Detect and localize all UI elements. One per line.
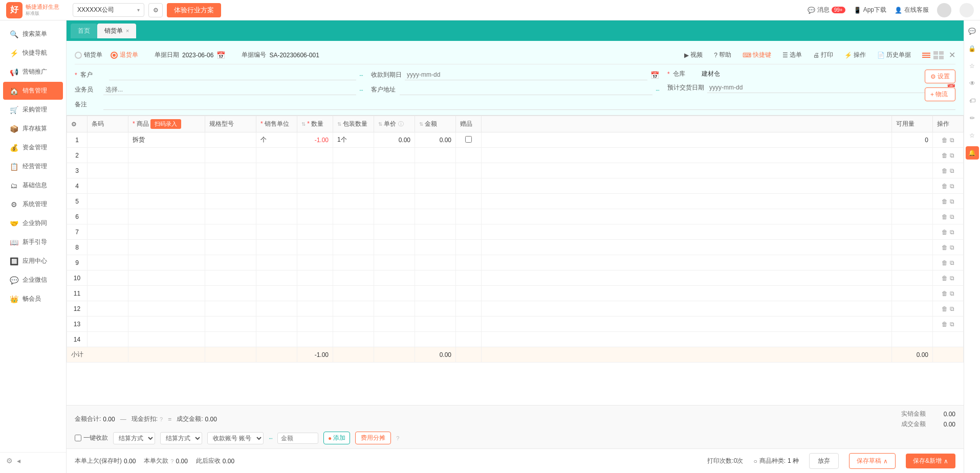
account-dots-btn[interactable]: ··· xyxy=(269,435,272,442)
row-price[interactable] xyxy=(374,163,415,178)
row-spec[interactable] xyxy=(205,148,256,163)
sidebar-item-inventory[interactable]: 📦 库存核算 xyxy=(3,120,63,138)
row-price[interactable] xyxy=(374,178,415,194)
row-unit[interactable] xyxy=(256,286,297,301)
row-price[interactable] xyxy=(374,271,415,286)
row-barcode[interactable] xyxy=(88,271,128,286)
rt-bookmark-btn[interactable]: ☆ xyxy=(966,129,979,142)
tab-close-icon[interactable]: × xyxy=(126,28,129,34)
total-owed-info-icon[interactable]: ? xyxy=(170,458,173,464)
delete-icon[interactable]: 🗑 xyxy=(942,167,948,174)
sidebar-item-system[interactable]: ⚙ 系统管理 xyxy=(3,195,63,213)
row-amount[interactable] xyxy=(415,286,456,301)
row-unit[interactable] xyxy=(256,224,297,240)
row-barcode[interactable] xyxy=(88,286,128,301)
row-price[interactable] xyxy=(374,148,415,163)
row-qty[interactable] xyxy=(297,271,333,286)
row-product[interactable] xyxy=(128,163,205,178)
delete-icon[interactable]: 🗑 xyxy=(942,137,948,144)
row-gift[interactable] xyxy=(456,178,482,194)
history-btn[interactable]: 📄 历史单据 xyxy=(874,49,914,61)
row-gift[interactable] xyxy=(456,301,482,317)
row-spec[interactable] xyxy=(205,163,256,178)
row-barcode[interactable] xyxy=(88,317,128,332)
row-barcode[interactable] xyxy=(88,240,128,255)
help-btn[interactable]: ? 帮助 xyxy=(711,49,734,61)
row-barcode[interactable] xyxy=(88,332,128,347)
row-qty[interactable] xyxy=(297,194,333,209)
calc-method-select[interactable]: 结算方式 xyxy=(160,432,202,444)
delete-icon[interactable]: 🗑 xyxy=(942,183,948,190)
row-product[interactable] xyxy=(128,301,205,317)
customer-addr-dots-btn[interactable]: ··· xyxy=(656,86,659,94)
sidebar-item-wechat[interactable]: 💬 企业微信 xyxy=(3,271,63,289)
row-notes[interactable] xyxy=(482,317,892,332)
row-gift[interactable] xyxy=(456,240,482,255)
row-price[interactable] xyxy=(374,255,415,271)
trial-button[interactable]: 体验行业方案 xyxy=(167,3,221,17)
sidebar-item-sales[interactable]: 🏠 销售管理 xyxy=(3,82,63,100)
row-gift[interactable] xyxy=(456,132,482,148)
sidebar-item-guide[interactable]: 📖 新手引导 xyxy=(3,233,63,251)
row-qty[interactable] xyxy=(297,178,333,194)
copy-icon[interactable]: ⧉ xyxy=(950,244,954,251)
row-notes[interactable] xyxy=(482,209,892,224)
sidebar-item-appstore[interactable]: 🔲 应用中心 xyxy=(3,252,63,270)
row-amount[interactable] xyxy=(415,301,456,317)
shortcut-btn[interactable]: ⌨ 快捷键 xyxy=(739,49,774,61)
discard-button[interactable]: 放弃 xyxy=(809,453,839,469)
th-settings[interactable]: ⚙ xyxy=(67,116,88,132)
message-button[interactable]: 💬 消息 99+ xyxy=(808,6,845,14)
row-amount[interactable] xyxy=(415,163,456,178)
row-pkg[interactable] xyxy=(333,332,374,347)
account-select[interactable]: 收款账号 账号 xyxy=(207,432,264,444)
row-product[interactable] xyxy=(128,332,205,347)
gift-checkbox[interactable] xyxy=(465,136,472,143)
row-price[interactable] xyxy=(374,286,415,301)
product-type-radio[interactable]: ○ xyxy=(753,458,757,465)
row-notes[interactable] xyxy=(482,148,892,163)
row-unit[interactable] xyxy=(256,317,297,332)
note-input[interactable] xyxy=(103,99,955,110)
row-pkg[interactable]: 1个 xyxy=(333,132,374,148)
radio-return[interactable]: 退货单 xyxy=(111,51,138,59)
copy-icon[interactable]: ⧉ xyxy=(950,229,954,236)
row-amount[interactable] xyxy=(415,271,456,286)
row-barcode[interactable] xyxy=(88,255,128,271)
row-amount[interactable] xyxy=(415,148,456,163)
row-spec[interactable] xyxy=(205,209,256,224)
row-unit[interactable] xyxy=(256,178,297,194)
price-info-icon[interactable]: ⓘ xyxy=(398,121,404,127)
row-spec[interactable] xyxy=(205,178,256,194)
row-pkg[interactable] xyxy=(333,224,374,240)
row-qty[interactable] xyxy=(297,209,333,224)
row-product[interactable] xyxy=(128,178,205,194)
settings-button[interactable]: ⚙ xyxy=(148,3,163,17)
row-unit[interactable] xyxy=(256,240,297,255)
row-barcode[interactable] xyxy=(88,209,128,224)
sidebar-item-enterprise[interactable]: 🤝 企业协同 xyxy=(3,214,63,232)
row-notes[interactable] xyxy=(482,332,892,347)
copy-icon[interactable]: ⧉ xyxy=(950,183,954,190)
settings-bottom-icon[interactable]: ⚙ xyxy=(6,457,13,465)
collapse-icon[interactable]: ◂ xyxy=(17,457,20,465)
row-unit[interactable] xyxy=(256,271,297,286)
row-pkg[interactable] xyxy=(333,271,374,286)
row-product[interactable] xyxy=(128,286,205,301)
row-qty[interactable] xyxy=(297,286,333,301)
row-pkg[interactable] xyxy=(333,209,374,224)
copy-icon[interactable]: ⧉ xyxy=(950,198,954,205)
row-price[interactable]: 0.00 xyxy=(374,132,415,148)
row-barcode[interactable] xyxy=(88,194,128,209)
rt-comments-btn[interactable]: 💬 xyxy=(966,25,979,38)
payment-date-calendar-icon[interactable]: 📅 xyxy=(650,71,659,79)
row-gift[interactable] xyxy=(456,255,482,271)
row-pkg[interactable] xyxy=(333,178,374,194)
row-spec[interactable] xyxy=(205,271,256,286)
row-unit[interactable] xyxy=(256,194,297,209)
row-spec[interactable] xyxy=(205,332,256,347)
row-gift[interactable] xyxy=(456,286,482,301)
avatar[interactable] xyxy=(937,3,951,17)
row-qty[interactable] xyxy=(297,240,333,255)
row-spec[interactable] xyxy=(205,224,256,240)
